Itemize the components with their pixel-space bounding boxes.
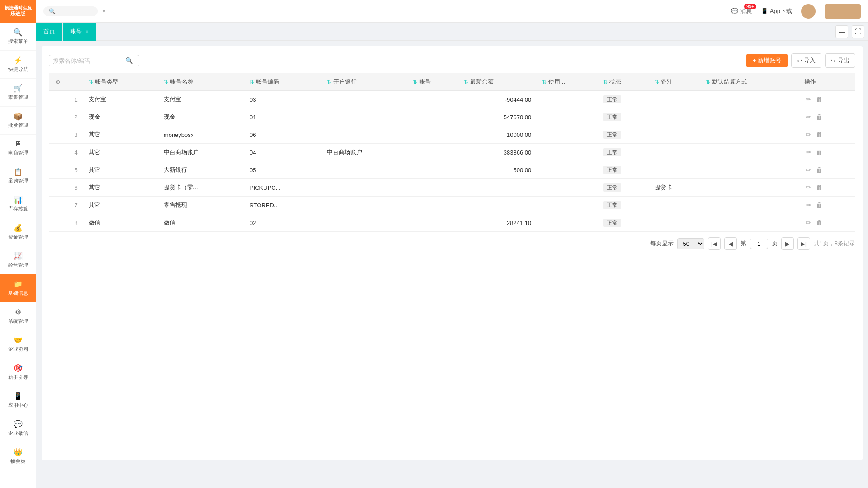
per-page-select[interactable]: 50 20 100 (677, 238, 704, 249)
delete-btn[interactable]: 🗑 (816, 183, 823, 191)
sidebar-item-basic-info[interactable]: 📁基础信息 (0, 274, 36, 302)
row-status: 正常 (599, 197, 651, 214)
newbie-guide-icon: 🎯 (14, 364, 23, 372)
app-download-label: App下载 (770, 7, 792, 15)
row-settings (49, 144, 67, 161)
col-note[interactable]: ⇅备注 (651, 73, 702, 91)
export-btn[interactable]: ↪ 导出 (825, 53, 855, 68)
dropdown-icon[interactable]: ▼ (101, 8, 107, 14)
sidebar-item-app-center[interactable]: 📱应用中心 (0, 386, 36, 414)
table-header-row: ⚙ ⇅账号类型 ⇅账号名称 ⇅账号编码 ⇅开户银行 ⇅账号 ⇅最新余额 ⇅使用.… (49, 73, 855, 91)
tab-minimize-btn[interactable]: — (835, 25, 848, 38)
sidebar-item-ecommerce-mgmt[interactable]: 🖥电商管理 (0, 135, 36, 162)
edit-btn[interactable]: ✏ (806, 166, 811, 174)
row-code: STORED... (246, 197, 323, 214)
sidebar-item-sys-mgmt[interactable]: ⚙系统管理 (0, 302, 36, 330)
export-label: 导出 (838, 56, 849, 65)
inventory-icon: 📊 (14, 196, 23, 204)
sidebar-item-search-menu[interactable]: 🔍搜索菜单 (0, 23, 36, 51)
sidebar-item-inventory[interactable]: 📊库存核算 (0, 190, 36, 218)
sidebar-item-purchase-mgmt[interactable]: 📋采购管理 (0, 162, 36, 190)
app-download-btn[interactable]: 📱 App下载 (761, 7, 792, 15)
col-bank[interactable]: ⇅开户银行 (323, 73, 409, 91)
edit-btn[interactable]: ✏ (806, 148, 811, 156)
row-status: 正常 (599, 161, 651, 179)
status-badge: 正常 (603, 113, 621, 121)
delete-btn[interactable]: 🗑 (816, 201, 823, 209)
tab-close-account[interactable]: × (85, 28, 89, 35)
avatar[interactable] (801, 4, 816, 19)
sidebar-item-wholesale-mgmt[interactable]: 📦批发管理 (0, 107, 36, 135)
col-code[interactable]: ⇅账号编码 (246, 73, 323, 91)
row-account (409, 144, 460, 161)
delete-btn[interactable]: 🗑 (816, 219, 823, 226)
page-input[interactable]: 1 (750, 239, 768, 249)
col-num (67, 73, 85, 91)
col-usage[interactable]: ⇅使用... (538, 73, 599, 91)
tab-account[interactable]: 账号× (63, 23, 96, 41)
top-bar-right: 💬 消息 99+ 📱 App下载 (731, 4, 861, 19)
col-balance[interactable]: ⇅最新余额 (460, 73, 538, 91)
search-input[interactable] (53, 57, 125, 64)
edit-btn[interactable]: ✏ (806, 95, 811, 103)
search-box[interactable]: 🔍 (49, 55, 139, 66)
col-settings[interactable]: ⚙ (49, 73, 67, 91)
content-area: 🔍 + 新增账号 ↩ 导入 ↪ 导出 ⚙ ⇅账号类型 (36, 41, 868, 488)
col-default-settle[interactable]: ⇅默认结算方式 (702, 73, 801, 91)
edit-btn[interactable]: ✏ (806, 113, 811, 121)
user-profile[interactable] (825, 4, 861, 19)
row-code: 05 (246, 161, 323, 179)
page-suffix: 页 (772, 239, 778, 248)
table-row: 1 支付宝 支付宝 03 -90444.00 正常 ✏ 🗑 (49, 91, 855, 108)
delete-btn[interactable]: 🗑 (816, 131, 823, 138)
row-usage (538, 197, 599, 214)
col-type[interactable]: ⇅账号类型 (85, 73, 160, 91)
row-action: ✏ 🗑 (801, 144, 855, 161)
row-default-settle (702, 161, 801, 179)
row-name: 现金 (160, 108, 246, 126)
col-name[interactable]: ⇅账号名称 (160, 73, 246, 91)
top-search[interactable]: 🔍 (43, 6, 98, 16)
row-name: 零售抵现 (160, 197, 246, 214)
prev-page-btn[interactable]: ◀ (724, 237, 737, 250)
row-type: 现金 (85, 108, 160, 126)
row-status: 正常 (599, 179, 651, 197)
edit-btn[interactable]: ✏ (806, 201, 811, 209)
msg-icon: 💬 (731, 8, 738, 14)
edit-btn[interactable]: ✏ (806, 131, 811, 138)
status-badge: 正常 (603, 219, 621, 227)
delete-btn[interactable]: 🗑 (816, 95, 823, 103)
msg-btn[interactable]: 💬 消息 99+ (731, 7, 752, 15)
search-icon[interactable]: 🔍 (125, 57, 133, 64)
total-info: 共1页，8条记录 (814, 239, 855, 248)
sidebar-item-finance-mgmt[interactable]: 💰资金管理 (0, 218, 36, 246)
sidebar-item-enterprise-wechat[interactable]: 💬企业微信 (0, 414, 36, 442)
sidebar-item-operations-mgmt[interactable]: 📈经营管理 (0, 246, 36, 274)
row-note (651, 197, 702, 214)
sidebar-item-enterprise-agreement[interactable]: 🤝企业协同 (0, 330, 36, 358)
row-default-settle (702, 91, 801, 108)
sidebar-item-member[interactable]: 👑畅会员 (0, 442, 36, 470)
add-account-btn[interactable]: + 新增账号 (746, 54, 788, 67)
row-num: 3 (67, 126, 85, 144)
delete-btn[interactable]: 🗑 (816, 166, 823, 174)
import-btn[interactable]: ↩ 导入 (791, 53, 821, 68)
next-page-btn[interactable]: ▶ (781, 237, 794, 250)
ecommerce-mgmt-icon: 🖥 (14, 140, 22, 148)
row-type: 其它 (85, 179, 160, 197)
edit-btn[interactable]: ✏ (806, 183, 811, 191)
delete-btn[interactable]: 🗑 (816, 113, 823, 121)
sidebar-item-retail-mgmt[interactable]: 🛒零售管理 (0, 79, 36, 107)
sidebar-item-newbie-guide[interactable]: 🎯新手引导 (0, 358, 36, 386)
row-code: 03 (246, 91, 323, 108)
delete-btn[interactable]: 🗑 (816, 148, 823, 156)
edit-btn[interactable]: ✏ (806, 219, 811, 226)
row-usage (538, 144, 599, 161)
first-page-btn[interactable]: |◀ (708, 237, 721, 250)
col-account[interactable]: ⇅账号 (409, 73, 460, 91)
sidebar-item-shortcut[interactable]: ⚡快捷导航 (0, 51, 36, 79)
col-status[interactable]: ⇅状态 (599, 73, 651, 91)
tab-expand-btn[interactable]: ⛶ (852, 25, 864, 38)
last-page-btn[interactable]: ▶| (797, 237, 810, 250)
tab-home[interactable]: 首页 (36, 23, 63, 41)
